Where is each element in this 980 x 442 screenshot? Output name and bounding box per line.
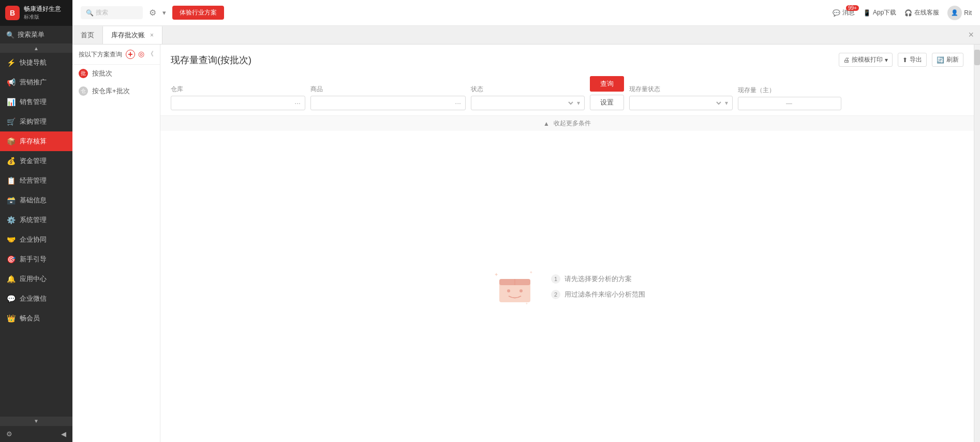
sidebar-item-member[interactable]: 👑 畅会员 xyxy=(0,308,72,328)
warehouse-more-icon[interactable]: ··· xyxy=(294,99,301,107)
refresh-label: 刷新 xyxy=(946,55,959,64)
messages-item[interactable]: 💬 消息 99+ xyxy=(833,8,855,17)
query-actions: 🖨 按模板打印 ▾ ⬆ 导出 🔄 刷新 xyxy=(839,53,963,67)
marketing-icon: 📢 xyxy=(6,78,16,87)
app-download-item[interactable]: 📱 App下载 xyxy=(863,8,896,17)
sidebar-scroll-up[interactable]: ▲ xyxy=(0,44,72,53)
customer-service-label: 在线客服 xyxy=(914,8,939,17)
sidebar-item-sales[interactable]: 📊 销售管理 xyxy=(0,92,72,112)
sidebar-item-label: 新手引导 xyxy=(20,255,47,264)
sidebar-item-purchase[interactable]: 🛒 采购管理 xyxy=(0,112,72,131)
topbar-right: 💬 消息 99+ 📱 App下载 🎧 在线客服 👤 Rit xyxy=(833,6,972,20)
app-center-icon: 🔔 xyxy=(6,274,16,284)
qty-range-start[interactable] xyxy=(743,100,784,107)
filter-collapse-icon[interactable]: 《 xyxy=(147,50,154,59)
svg-text:✦: ✦ xyxy=(525,302,528,305)
tab-inventory-batch[interactable]: 库存批次账 × xyxy=(103,26,162,44)
query-button[interactable]: 查询 xyxy=(590,76,624,92)
app-logo: B xyxy=(5,6,20,20)
right-scrollbar[interactable] xyxy=(974,45,980,442)
search-icon: 🔍 xyxy=(6,31,14,39)
sidebar-item-label: 畅会员 xyxy=(20,314,40,323)
refresh-button[interactable]: 🔄 刷新 xyxy=(932,53,963,67)
warehouse-input[interactable]: ··· xyxy=(171,96,305,110)
search-menu[interactable]: 🔍 搜索菜单 xyxy=(0,26,72,44)
sidebar-item-guide[interactable]: 🎯 新手引导 xyxy=(0,249,72,269)
sidebar-item-operations[interactable]: 📋 经营管理 xyxy=(0,171,72,190)
filter-item-by-warehouse-batch[interactable]: 仓 按仓库+批次 xyxy=(72,82,160,100)
qty-range-end[interactable] xyxy=(794,100,836,107)
filter-panel-actions: + ◎ 《 xyxy=(126,50,154,59)
collapse-more-conditions[interactable]: ▲ 收起更多条件 xyxy=(160,116,974,131)
warehouse-text-input[interactable] xyxy=(175,99,292,107)
sidebar-item-basic[interactable]: 🗃️ 基础信息 xyxy=(0,190,72,210)
filter-settings-icon[interactable]: ◎ xyxy=(138,50,144,59)
sidebar-item-finance[interactable]: 💰 资金管理 xyxy=(0,151,72,171)
empty-tips: 1 请先选择要分析的方案 2 用过滤条件来缩小分析范围 xyxy=(551,274,645,299)
topbar-search-text: 搜索 xyxy=(96,8,108,17)
main-area: 🔍 搜索 ⚙ ▾ 体验行业方案 💬 消息 99+ 📱 App下载 🎧 在线客服 … xyxy=(72,0,980,442)
inventory-status-select[interactable]: ▾ xyxy=(629,96,733,110)
status-dropdown[interactable] xyxy=(476,99,575,107)
tab-inventory-batch-label: 库存批次账 xyxy=(111,31,145,40)
search-menu-label: 搜索菜单 xyxy=(18,30,44,39)
sidebar-header: B 畅康通好生意 标准版 xyxy=(0,0,72,26)
tabs-bar: 首页 库存批次账 × × xyxy=(72,26,980,45)
tip-num-2: 2 xyxy=(551,290,560,299)
sidebar-item-marketing[interactable]: 📢 营销推广 xyxy=(0,72,72,92)
customer-service-item[interactable]: 🎧 在线客服 xyxy=(904,8,939,17)
operations-icon: 📋 xyxy=(6,176,16,185)
settings-icon[interactable]: ⚙ xyxy=(6,430,12,438)
inventory-qty-group: 现存量（主） — xyxy=(738,86,841,110)
print-label: 按模板打印 xyxy=(852,55,883,64)
sidebar-item-inventory[interactable]: 📦 库存核算 xyxy=(0,131,72,151)
wechat-icon: 💬 xyxy=(6,294,16,303)
product-more-icon[interactable]: ··· xyxy=(455,99,461,107)
sidebar-item-wechat[interactable]: 💬 企业微信 xyxy=(0,289,72,308)
print-chevron-icon: ▾ xyxy=(885,56,888,64)
tab-home[interactable]: 首页 xyxy=(72,26,103,44)
user-name: Rit xyxy=(964,9,972,17)
sidebar-item-label: 快捷导航 xyxy=(20,58,47,67)
user-item[interactable]: 👤 Rit xyxy=(947,6,972,20)
sidebar-item-app-center[interactable]: 🔔 应用中心 xyxy=(0,269,72,289)
status-select[interactable]: ▾ xyxy=(471,96,585,110)
page-title: 现存量查询(按批次) xyxy=(171,54,251,66)
sidebar-item-enterprise[interactable]: 🤝 企业协同 xyxy=(0,230,72,249)
filter-panel-label: 按以下方案查询 xyxy=(79,50,122,59)
filter-warehouse-batch-label: 按仓库+批次 xyxy=(92,86,130,96)
filter-batch-icon: 批 xyxy=(79,69,88,78)
product-text-input[interactable] xyxy=(315,99,453,107)
print-icon: 🖨 xyxy=(843,56,850,64)
sidebar-item-quick-nav[interactable]: ⚡ 快捷导航 xyxy=(0,53,72,72)
headset-icon: 🎧 xyxy=(904,9,912,17)
tab-close-icon[interactable]: × xyxy=(150,32,154,39)
inventory-status-dropdown[interactable] xyxy=(634,99,723,107)
add-filter-icon[interactable]: + xyxy=(126,50,135,59)
inventory-qty-range[interactable]: — xyxy=(738,97,841,110)
sidebar-item-label: 采购管理 xyxy=(20,117,47,126)
enterprise-icon: 🤝 xyxy=(6,235,16,244)
print-button[interactable]: 🖨 按模板打印 ▾ xyxy=(839,53,893,67)
settings-button[interactable]: 设置 xyxy=(590,95,624,110)
sidebar-item-label: 应用中心 xyxy=(20,274,47,284)
user-icon: 👤 xyxy=(951,9,958,16)
sales-icon: 📊 xyxy=(6,97,16,107)
export-button[interactable]: ⬆ 导出 xyxy=(898,53,927,67)
panel-close-button[interactable]: × xyxy=(962,30,980,40)
topbar-settings-icon[interactable]: ⚙ xyxy=(149,8,156,18)
sidebar-item-system[interactable]: ⚙️ 系统管理 xyxy=(0,210,72,230)
topbar-search-icon: 🔍 xyxy=(86,9,94,17)
industry-solution-button[interactable]: 体验行业方案 xyxy=(172,6,224,20)
product-input[interactable]: ··· xyxy=(310,96,466,110)
member-icon: 👑 xyxy=(6,314,16,323)
collapse-sidebar-icon[interactable]: ◀ xyxy=(61,430,66,438)
status-label: 状态 xyxy=(471,85,585,94)
topbar-chevron-icon[interactable]: ▾ xyxy=(162,9,166,17)
inventory-qty-label: 现存量（主） xyxy=(738,86,841,95)
app-title: 畅康通好生意 xyxy=(24,5,61,13)
sidebar-scroll-down[interactable]: ▼ xyxy=(0,417,72,425)
filter-item-by-batch[interactable]: 批 按批次 xyxy=(72,65,160,82)
sidebar-item-label: 资金管理 xyxy=(20,156,47,166)
topbar-search[interactable]: 🔍 搜索 xyxy=(81,6,143,19)
